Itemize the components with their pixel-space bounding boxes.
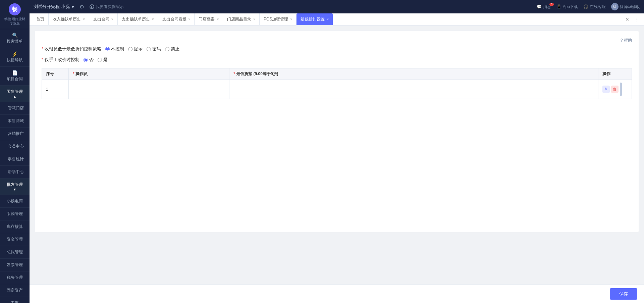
- save-button[interactable]: 保存: [610, 288, 637, 300]
- manual-price-label: 仅手工改价时控制: [42, 57, 79, 63]
- topbar-settings-button[interactable]: ⚙: [79, 4, 84, 10]
- cell-operator: [69, 80, 229, 99]
- tab-close-expense-contract[interactable]: ×: [111, 17, 113, 21]
- download-icon: 📱: [556, 4, 561, 9]
- discount-table: 序号 操作员 最低折扣 (9.00等于9折) 操作 1 ✎: [42, 68, 632, 99]
- tab-store-profile[interactable]: 门店档案 ×: [195, 13, 223, 25]
- sidebar-item-marketing[interactable]: 营销推广: [0, 128, 30, 140]
- sidebar-item-inventory[interactable]: 库存核算: [0, 220, 30, 233]
- tab-menu-button[interactable]: ⋮: [633, 16, 641, 23]
- col-action: 操作: [598, 68, 632, 80]
- table-row: 1 ✎ 🗑: [42, 80, 632, 99]
- app-download-button[interactable]: 📱 App下载: [556, 4, 578, 10]
- radio-forbid[interactable]: 禁止: [165, 46, 179, 52]
- logo-text: 畅捷·通好业财 专业版: [4, 17, 25, 26]
- tab-expense-board[interactable]: 支出合同看板 ×: [158, 13, 195, 25]
- manual-price-row: 仅手工改价时控制 否 是: [42, 57, 632, 63]
- user-menu[interactable]: 徐 徐泽华修改: [611, 3, 640, 10]
- col-min-discount: 最低折扣 (9.00等于9折): [229, 68, 598, 80]
- sidebar-item-tax[interactable]: 税务管理: [0, 271, 30, 284]
- cell-actions: ✎ 🗑: [598, 80, 632, 99]
- tab-close-store-profile[interactable]: ×: [217, 17, 219, 21]
- col-index: 序号: [42, 68, 69, 80]
- message-badge: 8: [549, 3, 554, 6]
- sidebar-item-online-store[interactable]: 零售商城: [0, 115, 30, 128]
- edit-row-button[interactable]: ✎: [602, 86, 610, 93]
- sidebar-item-contract[interactable]: 📄 项目合同: [0, 67, 30, 86]
- page-footer: 保存: [30, 285, 644, 303]
- user-avatar: 徐: [611, 3, 619, 10]
- table-scrollbar: [620, 83, 622, 96]
- radio-hint[interactable]: 提示: [128, 46, 143, 52]
- demo-circle-icon: ▶: [90, 4, 94, 9]
- tab-close-pos-encryption[interactable]: ×: [290, 17, 292, 21]
- radio-no[interactable]: 否: [84, 57, 94, 63]
- delete-row-button[interactable]: 🗑: [611, 86, 619, 93]
- message-icon: 💬: [537, 4, 542, 9]
- radio-yes[interactable]: 是: [98, 57, 108, 63]
- demo-link[interactable]: ▶ 我要看实例演示: [90, 4, 124, 10]
- table-header-row: 序号 操作员 最低折扣 (9.00等于9折) 操作: [42, 68, 632, 80]
- sidebar-item-membership[interactable]: 会员中心: [0, 140, 30, 153]
- tab-store-products[interactable]: 门店商品目录 ×: [223, 13, 260, 25]
- sidebar-item-retail-stats[interactable]: 零售统计: [0, 153, 30, 166]
- chevron-down-icon: ▾: [72, 4, 74, 9]
- main-area: 测试分开完程·小况 ▾ ⚙ ▶ 我要看实例演示 💬 8 消息 📱 App下载 🎧…: [30, 0, 644, 303]
- topbar-right: 💬 8 消息 📱 App下载 🎧 在线客服 徐 徐泽华修改: [537, 3, 640, 10]
- content-area: ? 帮助 收银员低于最低折扣控制策略 不控制 提示 密码: [30, 26, 644, 303]
- sidebar-item-funds[interactable]: 资金管理: [0, 233, 30, 246]
- col-operator: 操作员: [69, 68, 229, 80]
- radio-password[interactable]: 密码: [147, 46, 161, 52]
- sidebar-item-ecommerce[interactable]: 小畅电商: [0, 195, 30, 208]
- sidebar-item-smart-store[interactable]: 智慧门店: [0, 102, 30, 115]
- page-panel: ? 帮助 收银员低于最低折扣控制策略 不控制 提示 密码: [35, 31, 639, 232]
- sidebar: 畅 畅捷·通好业财 专业版 🔍 搜索菜单 ⚡ 快捷导航 📄 项目合同 零售管理 …: [0, 0, 30, 303]
- quicknav-icon: ⚡: [12, 51, 18, 57]
- tab-expense-history[interactable]: 支出确认单历史 ×: [118, 13, 158, 25]
- top-bar: 测试分开完程·小况 ▾ ⚙ ▶ 我要看实例演示 💬 8 消息 📱 App下载 🎧…: [30, 0, 644, 13]
- tab-close-store-products[interactable]: ×: [253, 17, 255, 21]
- project-name: 测试分开完程·小况: [34, 4, 70, 10]
- manual-price-options: 否 是: [84, 57, 108, 63]
- sidebar-item-retail[interactable]: 零售管理 ▲: [0, 86, 30, 102]
- sidebar-logo: 畅 畅捷·通好业财 专业版: [0, 0, 30, 29]
- sidebar-item-ledger[interactable]: 总账管理: [0, 246, 30, 259]
- tab-income-history[interactable]: 收入确认单历史 ×: [49, 13, 89, 25]
- cashier-policy-row: 收银员低于最低折扣控制策略 不控制 提示 密码: [42, 46, 632, 52]
- help-link[interactable]: ? 帮助: [621, 38, 632, 43]
- tab-expense-contract[interactable]: 支出合同 ×: [89, 13, 118, 25]
- tab-close-income-history[interactable]: ×: [83, 17, 85, 21]
- sidebar-item-salary[interactable]: 工资: [0, 297, 30, 303]
- radio-no-control[interactable]: 不控制: [105, 46, 124, 52]
- sidebar-item-quicknav[interactable]: ⚡ 快捷导航: [0, 48, 30, 67]
- tab-min-discount[interactable]: 最低折扣设置 ×: [297, 13, 333, 25]
- online-service-button[interactable]: 🎧 在线客服: [583, 4, 606, 10]
- tab-close-expense-board[interactable]: ×: [189, 17, 191, 21]
- sidebar-item-invoice[interactable]: 发票管理: [0, 259, 30, 271]
- tab-bar: 首页 收入确认单历史 × 支出合同 × 支出确认单历史 × 支出合同看板 × 门…: [30, 13, 644, 26]
- cashier-policy-label: 收银员低于最低折扣控制策略: [42, 46, 101, 52]
- cell-index: 1: [42, 80, 69, 99]
- tab-close-min-discount[interactable]: ×: [327, 17, 329, 21]
- sidebar-item-help[interactable]: 帮助中心: [0, 166, 30, 179]
- sidebar-item-purchase[interactable]: 采购管理: [0, 208, 30, 220]
- tab-home[interactable]: 首页: [32, 13, 49, 25]
- chevron-up-icon: ▲: [13, 95, 16, 98]
- message-button[interactable]: 💬 8 消息: [537, 4, 551, 10]
- search-icon: 🔍: [12, 33, 18, 38]
- tab-close-all-button[interactable]: ✕: [623, 16, 631, 23]
- logo-icon: 畅: [9, 3, 21, 15]
- sidebar-item-search[interactable]: 🔍 搜索菜单: [0, 29, 30, 48]
- form-header: ? 帮助: [42, 38, 632, 43]
- tab-close-expense-history[interactable]: ×: [152, 17, 154, 21]
- cashier-policy-options: 不控制 提示 密码 禁止: [105, 46, 179, 52]
- tab-pos-encryption[interactable]: POS加密管理 ×: [260, 13, 297, 25]
- tab-bar-actions: ✕ ⋮: [623, 16, 641, 23]
- sidebar-item-fixed-assets[interactable]: 固定资产: [0, 284, 30, 297]
- contract-icon: 📄: [12, 70, 18, 75]
- project-selector[interactable]: 测试分开完程·小况 ▾: [34, 4, 74, 10]
- gear-icon: ⚙: [79, 4, 84, 10]
- sidebar-item-wholesale[interactable]: 批发管理 ▼: [0, 179, 30, 195]
- cell-min-discount: [229, 80, 598, 99]
- chevron-down-icon: ▼: [13, 188, 16, 191]
